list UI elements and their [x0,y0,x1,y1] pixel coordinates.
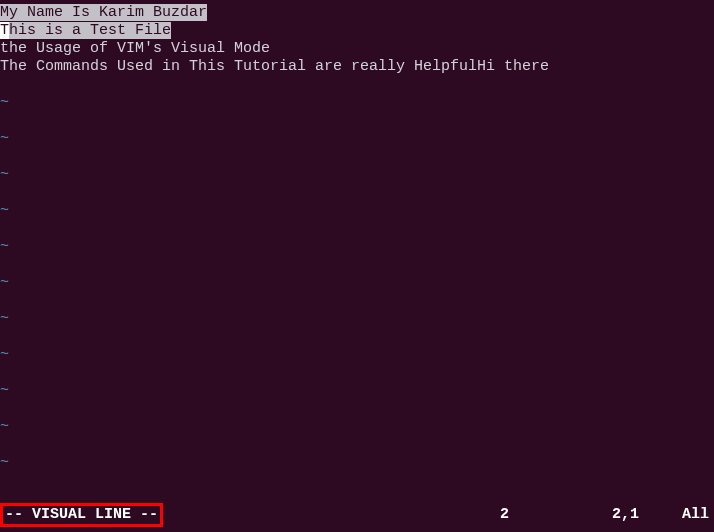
empty-line [0,436,714,454]
text-line-4: The Commands Used in This Tutorial are r… [0,58,714,76]
tilde-line: ~ [0,310,714,328]
tilde-line: ~ [0,238,714,256]
ruler-line-count: 2 [500,506,509,524]
empty-line [0,292,714,310]
empty-line [0,184,714,202]
text-line-3: the Usage of VIM's Visual Mode [0,40,714,58]
editor-text-area[interactable]: My Name Is Karim Buzdar This is a Test F… [0,0,714,490]
tilde-line: ~ [0,274,714,292]
tilde-line: ~ [0,454,714,472]
text-line-2: This is a Test File [0,22,714,40]
empty-line [0,112,714,130]
empty-line [0,220,714,238]
empty-line [0,364,714,382]
ruler-scroll: All [682,506,709,524]
empty-line [0,472,714,490]
status-bar: -- VISUAL LINE -- 2 2,1 All [0,504,714,526]
cursor-char: T [0,22,9,39]
tilde-line: ~ [0,382,714,400]
empty-line [0,400,714,418]
empty-line [0,256,714,274]
selected-text: My Name Is Karim Buzdar [0,4,207,21]
tilde-line: ~ [0,418,714,436]
text-line-1: My Name Is Karim Buzdar [0,4,714,22]
empty-line [0,148,714,166]
tilde-line: ~ [0,346,714,364]
tilde-line: ~ [0,130,714,148]
empty-line [0,76,714,94]
selected-text: his is a Test File [9,22,171,39]
tilde-line: ~ [0,166,714,184]
ruler-position: 2,1 [612,506,639,524]
empty-line [0,328,714,346]
tilde-line: ~ [0,202,714,220]
mode-indicator: -- VISUAL LINE -- [0,503,163,527]
tilde-line: ~ [0,94,714,112]
